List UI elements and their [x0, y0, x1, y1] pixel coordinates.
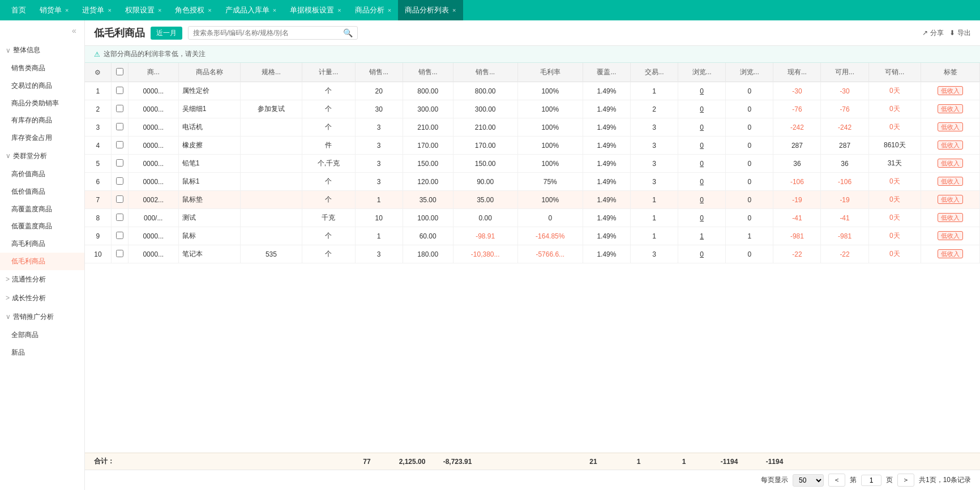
- close-icon[interactable]: ×: [158, 7, 161, 14]
- col-code[interactable]: 商...: [128, 63, 178, 82]
- sidebar-item-有库存的商品[interactable]: 有库存的商品: [0, 112, 84, 129]
- next-page-button[interactable]: ＞: [897, 474, 914, 487]
- col-sale-amount[interactable]: 销售...: [453, 63, 517, 82]
- row-checkbox[interactable]: [116, 105, 123, 112]
- share-button[interactable]: ↗ 分享: [922, 28, 944, 38]
- view1-link[interactable]: 0: [700, 250, 704, 258]
- cell-view1[interactable]: 0: [678, 100, 726, 118]
- nav-item-商品分析[interactable]: 商品分析×: [348, 0, 398, 20]
- col-sale-price[interactable]: 销售...: [403, 63, 453, 82]
- col-tag[interactable]: 标签: [921, 63, 980, 82]
- row-checkbox[interactable]: [116, 195, 123, 203]
- col-checkbox-all[interactable]: [111, 63, 128, 82]
- col-coverage[interactable]: 覆盖...: [583, 63, 630, 82]
- close-icon[interactable]: ×: [108, 7, 111, 14]
- cell-view1[interactable]: 1: [678, 227, 726, 245]
- close-icon[interactable]: ×: [208, 7, 211, 14]
- view1-link[interactable]: 0: [700, 123, 704, 131]
- sidebar-section-类群堂分析[interactable]: ∨类群堂分析: [0, 147, 84, 165]
- prev-page-button[interactable]: ＜: [828, 474, 845, 487]
- cell-checkbox[interactable]: [111, 209, 128, 227]
- cell-checkbox[interactable]: [111, 100, 128, 118]
- col-saleable[interactable]: 可销...: [868, 63, 921, 82]
- cell-checkbox[interactable]: [111, 173, 128, 191]
- col-unit[interactable]: 计量...: [302, 63, 355, 82]
- view1-link[interactable]: 0: [700, 178, 704, 186]
- cell-view1[interactable]: 0: [678, 118, 726, 137]
- select-all-checkbox[interactable]: [116, 68, 123, 75]
- col-view2[interactable]: 浏览...: [726, 63, 773, 82]
- cell-view1[interactable]: 0: [678, 137, 726, 155]
- cell-checkbox[interactable]: [111, 137, 128, 155]
- sidebar-item-交易过的商品[interactable]: 交易过的商品: [0, 77, 84, 95]
- page-size-select[interactable]: 50 100 200: [793, 474, 824, 487]
- search-input[interactable]: [193, 29, 343, 37]
- sidebar-item-新品[interactable]: 新品: [0, 344, 84, 361]
- nav-item-商品分析列表[interactable]: 商品分析列表×: [398, 0, 463, 20]
- cell-view1[interactable]: 0: [678, 155, 726, 173]
- nav-item-首页[interactable]: 首页: [5, 0, 33, 20]
- close-icon[interactable]: ×: [452, 7, 456, 14]
- cell-checkbox[interactable]: [111, 227, 128, 245]
- cell-checkbox[interactable]: [111, 82, 128, 100]
- sidebar-section-整体信息[interactable]: ∨整体信息: [0, 41, 84, 59]
- cell-view1[interactable]: 0: [678, 173, 726, 191]
- row-checkbox[interactable]: [116, 250, 123, 257]
- sidebar-item-低覆盖度商品[interactable]: 低覆盖度商品: [0, 218, 84, 235]
- cell-view1[interactable]: 0: [678, 245, 726, 263]
- sidebar-collapse-button[interactable]: «: [69, 25, 80, 36]
- sidebar-item-库存资金占用[interactable]: 库存资金占用: [0, 129, 84, 147]
- col-spec[interactable]: 规格...: [240, 63, 302, 82]
- col-settings[interactable]: ⚙: [85, 63, 111, 82]
- row-checkbox[interactable]: [116, 177, 123, 185]
- sidebar-item-低价值商品[interactable]: 低价值商品: [0, 183, 84, 201]
- cell-checkbox[interactable]: [111, 118, 128, 137]
- row-checkbox[interactable]: [116, 123, 123, 130]
- sidebar-item-全部商品[interactable]: 全部商品: [0, 326, 84, 344]
- nav-item-单据模板设置[interactable]: 单据模板设置×: [283, 0, 348, 20]
- view1-link[interactable]: 1: [700, 232, 704, 240]
- sidebar-item-销售类商品[interactable]: 销售类商品: [0, 59, 84, 77]
- page-number-input[interactable]: [861, 475, 881, 486]
- col-available[interactable]: 可用...: [821, 63, 868, 82]
- sidebar-section-流通性分析[interactable]: >流通性分析: [0, 270, 84, 289]
- row-checkbox[interactable]: [116, 87, 123, 94]
- nav-item-产成品入库单[interactable]: 产成品入库单×: [219, 0, 283, 20]
- export-button[interactable]: ⬇ 导出: [949, 28, 971, 38]
- sidebar-item-高覆盖度商品[interactable]: 高覆盖度商品: [0, 201, 84, 218]
- view1-link[interactable]: 0: [700, 142, 704, 150]
- nav-item-销货单[interactable]: 销货单×: [33, 0, 75, 20]
- row-checkbox[interactable]: [116, 214, 123, 221]
- close-icon[interactable]: ×: [337, 7, 341, 14]
- view1-link[interactable]: 0: [700, 105, 704, 113]
- col-gross-margin[interactable]: 毛利率: [517, 63, 583, 82]
- sidebar-item-低毛利商品[interactable]: 低毛利商品: [0, 253, 84, 270]
- cell-view1[interactable]: 0: [678, 209, 726, 227]
- row-checkbox[interactable]: [116, 159, 123, 167]
- close-icon[interactable]: ×: [65, 7, 69, 14]
- close-icon[interactable]: ×: [273, 7, 276, 14]
- sidebar-section-成长性分析[interactable]: >成长性分析: [0, 289, 84, 308]
- view1-link[interactable]: 0: [700, 160, 704, 168]
- col-view1[interactable]: 浏览...: [678, 63, 726, 82]
- cell-checkbox[interactable]: [111, 155, 128, 173]
- cell-view1[interactable]: 0: [678, 191, 726, 209]
- col-transaction[interactable]: 交易...: [630, 63, 678, 82]
- view1-link[interactable]: 0: [700, 196, 704, 204]
- sidebar-item-商品分类助销率[interactable]: 商品分类助销率: [0, 95, 84, 112]
- col-current[interactable]: 现有...: [773, 63, 821, 82]
- row-checkbox[interactable]: [116, 141, 123, 148]
- cell-view1[interactable]: 0: [678, 82, 726, 100]
- row-checkbox[interactable]: [116, 232, 123, 239]
- nav-item-进货单[interactable]: 进货单×: [75, 0, 118, 20]
- sidebar-item-高毛利商品[interactable]: 高毛利商品: [0, 235, 84, 253]
- col-name[interactable]: 商品名称: [178, 63, 240, 82]
- time-filter-button[interactable]: 近一月: [151, 27, 182, 40]
- cell-checkbox[interactable]: [111, 191, 128, 209]
- nav-item-角色授权[interactable]: 角色授权×: [168, 0, 218, 20]
- sidebar-section-营销推广分析[interactable]: ∨营销推广分析: [0, 308, 84, 326]
- nav-item-权限设置[interactable]: 权限设置×: [118, 0, 168, 20]
- sidebar-item-高价值商品[interactable]: 高价值商品: [0, 165, 84, 183]
- view1-link[interactable]: 0: [700, 214, 704, 222]
- view1-link[interactable]: 0: [700, 87, 704, 95]
